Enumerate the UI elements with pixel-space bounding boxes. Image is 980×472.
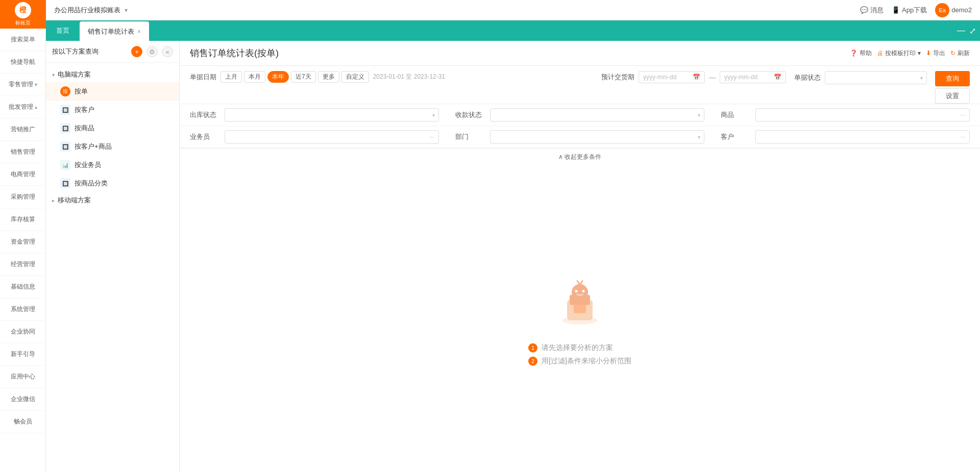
sidebar-item-basic[interactable]: 基础信息 — [0, 276, 46, 298]
refresh-label: 刷新 — [958, 49, 970, 58]
reset-button[interactable]: 设置 — [935, 88, 970, 104]
payment-status-select[interactable] — [490, 108, 704, 122]
tab-home-label: 首页 — [56, 26, 69, 35]
desktop-scheme-label: 电脑端方案 — [58, 70, 91, 79]
settings-scheme-button[interactable]: ⚙ — [146, 46, 158, 57]
date-range-text: 2023-01-01 至 2023-12-31 — [373, 73, 445, 81]
customer-label: 客户 — [721, 132, 751, 141]
sidebar-item-purchase[interactable]: 采购管理 — [0, 186, 46, 208]
calendar-start-icon: 📅 — [693, 74, 700, 81]
scheme-item-按客户商品[interactable]: 🔲 按客户+商品 — [46, 137, 179, 156]
right-panel: 销售订单统计表(按单) ❓ 帮助 🖨 按模板打印 ▾ ⬇ 导出 — [180, 41, 980, 472]
tab-maximize-button[interactable]: ⤢ — [969, 26, 976, 36]
date-shortcuts: 上月 本月 本年 近7天 更多 自定义 — [220, 71, 369, 83]
mobile-scheme-parent[interactable]: ▸ 移动端方案 — [46, 193, 179, 208]
search-button[interactable]: 查询 — [935, 71, 970, 86]
scheme-item-按商品分类[interactable]: 🔲 按商品分类 — [46, 174, 179, 193]
sidebar-item-finance[interactable]: 资金管理 — [0, 231, 46, 253]
tab-home[interactable]: 首页 — [46, 20, 80, 41]
scheme-item-按商品[interactable]: 🔲 按商品 — [46, 119, 179, 137]
print-button[interactable]: 🖨 按模板打印 ▾ — [877, 49, 921, 58]
tab-sales-stats-label: 销售订单统计表 — [88, 27, 134, 36]
print-icon: 🖨 — [877, 50, 883, 57]
svg-point-3 — [572, 284, 588, 300]
tab-minimize-button[interactable]: — — [957, 26, 965, 35]
expected-date-label: 预计交货期 — [601, 73, 634, 82]
desktop-scheme-parent[interactable]: ▾ 电脑端方案 — [46, 67, 179, 82]
sidebar-item-inventory[interactable]: 库存核算 — [0, 208, 46, 231]
date-last-month[interactable]: 上月 — [220, 71, 242, 83]
sidebar-item-corpwx[interactable]: 企业微信 — [0, 388, 46, 411]
tab-close-icon[interactable]: × — [137, 28, 141, 35]
sidebar-item-marketing[interactable]: 营销推广 — [0, 119, 46, 141]
app-logo[interactable]: 橙 标账页 — [0, 0, 46, 29]
mobile-scheme-label: 移动端方案 — [58, 196, 91, 205]
customer-input[interactable]: ··· — [755, 130, 970, 144]
expected-date-end[interactable]: yyyy-mm-dd 📅 — [720, 71, 786, 83]
sidebar-item-retail[interactable]: 零售管理 ▾ — [0, 74, 46, 96]
svg-point-4 — [575, 290, 578, 293]
scheme-icon-按客户商品: 🔲 — [60, 141, 70, 152]
expected-date-start[interactable]: yyyy-mm-dd 📅 — [639, 71, 705, 83]
scheme-item-按单[interactable]: 按 按单 — [46, 82, 179, 101]
message-button[interactable]: 💬 消息 — [860, 6, 884, 15]
scheme-item-按客户[interactable]: 🔲 按客户 — [46, 101, 179, 119]
topbar-dropdown-icon[interactable]: ▾ — [125, 7, 128, 14]
expected-start-placeholder: yyyy-mm-dd — [643, 74, 676, 81]
search-menu-button[interactable]: 搜索菜单 — [0, 29, 46, 51]
expected-end-placeholder: yyyy-mm-dd — [724, 74, 757, 81]
export-button[interactable]: ⬇ 导出 — [926, 49, 945, 58]
user-avatar: Ea — [935, 3, 949, 17]
doc-status-block: 单据状态 ▾ — [794, 71, 927, 84]
settings-icon: ⚙ — [149, 48, 155, 56]
empty-hints: 1 请先选择要分析的方案 2 用[过滤]条件来缩小分析范围 — [528, 343, 631, 366]
date-this-year[interactable]: 本年 — [267, 71, 289, 83]
salesperson-input[interactable]: ··· — [225, 130, 439, 144]
salesperson-dots-icon: ··· — [429, 133, 434, 140]
collapse-bar[interactable]: ∧ 收起更多条件 — [180, 148, 980, 166]
svg-point-5 — [582, 290, 585, 293]
app-download-button[interactable]: 📱 App下载 — [892, 6, 927, 15]
sidebar-item-ecommerce[interactable]: 电商管理 — [0, 163, 46, 186]
collapse-panel-button[interactable]: « — [162, 46, 173, 57]
date-this-month[interactable]: 本月 — [244, 71, 265, 83]
add-scheme-button[interactable]: + — [131, 46, 142, 57]
filter-section: 单据日期 上月 本月 本年 近7天 更多 自定义 2023-01-01 至 20… — [180, 66, 980, 166]
tab-sales-stats[interactable]: 销售订单统计表 × — [80, 21, 149, 42]
scheme-item-按业务员[interactable]: 📊 按业务员 — [46, 156, 179, 174]
product-input[interactable]: ··· — [755, 108, 970, 122]
topbar-right: 💬 消息 📱 App下载 Ea demo2 — [860, 3, 972, 17]
user-profile-button[interactable]: Ea demo2 — [935, 3, 972, 17]
help-button[interactable]: ❓ 帮助 — [850, 49, 872, 58]
salesperson-block: 业务员 ··· — [190, 130, 439, 144]
sidebar-item-newuser[interactable]: 新手引导 — [0, 343, 46, 366]
product-dots-icon: ··· — [960, 111, 965, 119]
scheme-icon-按业务员: 📊 — [60, 160, 70, 170]
date-custom[interactable]: 自定义 — [341, 71, 369, 83]
date-last-7[interactable]: 近7天 — [291, 71, 316, 83]
filter-row3: 业务员 ··· 部门 ▾ — [180, 126, 980, 148]
doc-status-label: 单据状态 — [794, 73, 821, 82]
sidebar-item-quicknav[interactable]: 快捷导航 — [0, 51, 46, 74]
logo-icon: 橙 — [15, 2, 31, 18]
department-select-wrap: ▾ — [490, 130, 704, 144]
ship-status-select[interactable] — [225, 108, 439, 122]
svg-rect-6 — [574, 305, 586, 313]
salesperson-label: 业务员 — [190, 132, 220, 141]
doc-status-select[interactable] — [825, 71, 927, 84]
sidebar-item-operations[interactable]: 经营管理 — [0, 253, 46, 276]
doc-status-select-wrap: ▾ — [825, 71, 927, 84]
refresh-button[interactable]: ↻ 刷新 — [950, 49, 970, 58]
sidebar-item-member[interactable]: 畅会员 — [0, 411, 46, 433]
sidebar-item-sales[interactable]: 销售管理 — [0, 141, 46, 163]
sidebar-item-corp[interactable]: 企业协同 — [0, 321, 46, 343]
sidebar-item-wholesale[interactable]: 批发管理 ▴ — [0, 96, 46, 119]
tabbar: 首页 销售订单统计表 × — ⤢ — [46, 20, 980, 41]
date-more[interactable]: 更多 — [318, 71, 339, 83]
sidebar-item-system[interactable]: 系统管理 — [0, 298, 46, 321]
print-dropdown-icon[interactable]: ▾ — [918, 50, 921, 57]
department-select[interactable] — [490, 130, 704, 144]
sidebar-item-appcenter[interactable]: 应用中心 — [0, 366, 46, 388]
help-icon: ❓ — [850, 50, 857, 57]
message-label: 消息 — [870, 6, 884, 15]
